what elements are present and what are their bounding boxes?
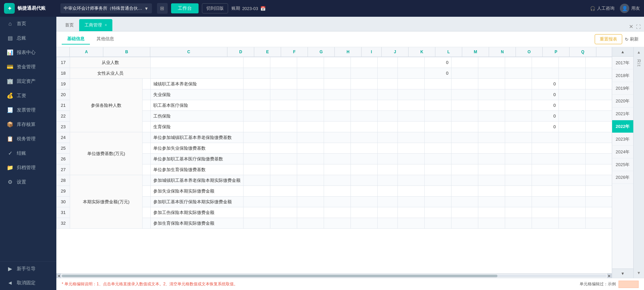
refresh-button[interactable]: ↻ 刷新 — [625, 36, 639, 42]
cell-31-m[interactable] — [478, 207, 505, 218]
cell-20-n[interactable] — [505, 89, 532, 100]
cell-24-c[interactable]: 单位参加城镇职工基本养老保险缴费基数 — [151, 132, 244, 143]
cell-26-o[interactable] — [532, 154, 559, 164]
sidebar-item-finance[interactable]: 💳 资金管理 — [0, 60, 56, 74]
cell-31-l[interactable] — [451, 207, 478, 218]
cell-26-l[interactable] — [451, 154, 478, 164]
copy-icon-btn[interactable]: ⊞ — [157, 3, 168, 14]
cell-21-c[interactable]: 职工基本医疗保险 — [151, 100, 244, 111]
cell-22-b[interactable] — [143, 111, 151, 122]
cell-19-23-a[interactable]: 参保各险种人数 — [70, 79, 143, 132]
cell-28-d[interactable] — [244, 175, 270, 186]
cell-17-e[interactable] — [270, 57, 297, 68]
cell-32-g[interactable] — [324, 218, 351, 229]
cell-17-ab[interactable]: 从业人数 — [70, 57, 151, 68]
cell-31-e[interactable] — [270, 207, 297, 218]
cell-27-d[interactable] — [244, 164, 270, 175]
cell-17-d[interactable] — [244, 57, 270, 68]
cell-17-j[interactable] — [398, 57, 425, 68]
cell-27-b[interactable] — [143, 164, 151, 175]
cell-21-e[interactable] — [270, 100, 297, 111]
cell-30-c[interactable]: 参加职工基本医疗保险本期实际缴费金额 — [151, 197, 244, 207]
cell-19-b[interactable] — [143, 79, 151, 89]
cell-17-n[interactable] — [505, 57, 532, 68]
cell-24-g[interactable] — [324, 132, 351, 143]
cell-19-c[interactable]: 城镇职工基本养老保险 — [151, 79, 244, 89]
cell-17-q[interactable] — [586, 57, 612, 68]
year-item-2019[interactable]: 2019年 — [612, 82, 633, 95]
cell-18-p[interactable] — [559, 68, 586, 79]
cell-26-q[interactable] — [586, 154, 612, 164]
cell-29-p[interactable] — [559, 186, 586, 197]
cell-28-l[interactable] — [451, 175, 478, 186]
cell-27-c[interactable]: 单位参加生育保险缴费基数 — [151, 164, 244, 175]
scroll-right-btn[interactable]: ► — [607, 274, 612, 278]
cell-30-n[interactable] — [505, 197, 532, 207]
cell-20-i[interactable] — [378, 89, 398, 100]
cell-26-h[interactable] — [351, 154, 378, 164]
cell-32-h[interactable] — [351, 218, 378, 229]
cell-21-h[interactable] — [351, 100, 378, 111]
cell-30-k[interactable] — [425, 197, 451, 207]
cell-31-h[interactable] — [351, 207, 378, 218]
cell-21-f[interactable] — [297, 100, 324, 111]
cell-24-n[interactable] — [505, 132, 532, 143]
cell-28-e[interactable] — [270, 175, 297, 186]
sidebar-item-inventory[interactable]: 📦 库存核算 — [0, 117, 56, 132]
cell-17-p[interactable] — [559, 57, 586, 68]
cell-28-n[interactable] — [505, 175, 532, 186]
year-item-2022[interactable]: 2022年 — [612, 120, 633, 133]
horizontal-scrollbar[interactable]: ◄ ► — [56, 273, 612, 278]
cell-17-h[interactable] — [351, 57, 378, 68]
cell-29-f[interactable] — [297, 186, 324, 197]
year-item-2021[interactable]: 2021年 — [612, 107, 633, 120]
sidebar-item-salary[interactable]: 💰 工资 — [0, 88, 56, 103]
cell-27-m[interactable] — [478, 164, 505, 175]
cell-22-c[interactable]: 工伤保险 — [151, 111, 244, 122]
cell-18-g[interactable] — [324, 68, 351, 79]
cell-24-m[interactable] — [478, 132, 505, 143]
cell-30-j[interactable] — [398, 197, 425, 207]
scroll-left-btn[interactable]: ◄ — [56, 274, 61, 278]
cell-18-q[interactable] — [586, 68, 612, 79]
cell-32-q[interactable] — [586, 218, 612, 229]
cell-25-c[interactable]: 单位参加失业保险缴费基数 — [151, 143, 244, 154]
cell-29-h[interactable] — [351, 186, 378, 197]
cell-30-h[interactable] — [351, 197, 378, 207]
cell-25-q[interactable] — [586, 143, 612, 154]
cell-23-n[interactable] — [505, 122, 532, 132]
service-button[interactable]: 🎧 人工咨询 — [590, 5, 614, 11]
cell-27-l[interactable] — [451, 164, 478, 175]
panel-close-icon[interactable]: ✕ — [629, 23, 633, 30]
cell-25-j[interactable] — [398, 143, 425, 154]
cell-32-j[interactable] — [398, 218, 425, 229]
cell-30-o[interactable] — [532, 197, 559, 207]
collapse-down-icon[interactable]: ▼ — [637, 271, 641, 275]
cell-29-q[interactable] — [586, 186, 612, 197]
cell-32-p[interactable] — [559, 218, 586, 229]
cell-24-d[interactable] — [244, 132, 270, 143]
cell-30-e[interactable] — [270, 197, 297, 207]
panel-expand-icon[interactable]: ⛶ — [636, 24, 641, 29]
cell-26-f[interactable] — [297, 154, 324, 164]
cell-21-o[interactable]: 0 — [532, 100, 559, 111]
tab-business-mgmt[interactable]: 工商管理 × — [79, 19, 112, 31]
collapse-up-icon[interactable]: ▲ — [637, 50, 641, 55]
cell-22-m[interactable] — [478, 111, 505, 122]
cell-28-c[interactable]: 参加城镇职工基本养老保险本期实际缴费金额 — [151, 175, 244, 186]
cell-19-d[interactable] — [244, 79, 270, 89]
reset-report-button[interactable]: 重置报表 — [595, 34, 622, 44]
cell-22-i[interactable] — [378, 111, 398, 122]
cell-31-q[interactable] — [586, 207, 612, 218]
cell-18-e[interactable] — [270, 68, 297, 79]
cell-27-n[interactable] — [505, 164, 532, 175]
cell-31-c[interactable]: 参加工伤保险本期实际缴费金额 — [151, 207, 244, 218]
cell-26-p[interactable] — [559, 154, 586, 164]
cell-20-l[interactable] — [451, 89, 478, 100]
cell-21-q[interactable] — [586, 100, 612, 111]
year-item-2018[interactable]: 2018年 — [612, 69, 633, 82]
cell-20-k[interactable] — [425, 89, 451, 100]
cell-20-j[interactable] — [398, 89, 425, 100]
cell-23-f[interactable] — [297, 122, 324, 132]
cell-32-c[interactable]: 参加生育保险本期实际缴费金额 — [151, 218, 244, 229]
